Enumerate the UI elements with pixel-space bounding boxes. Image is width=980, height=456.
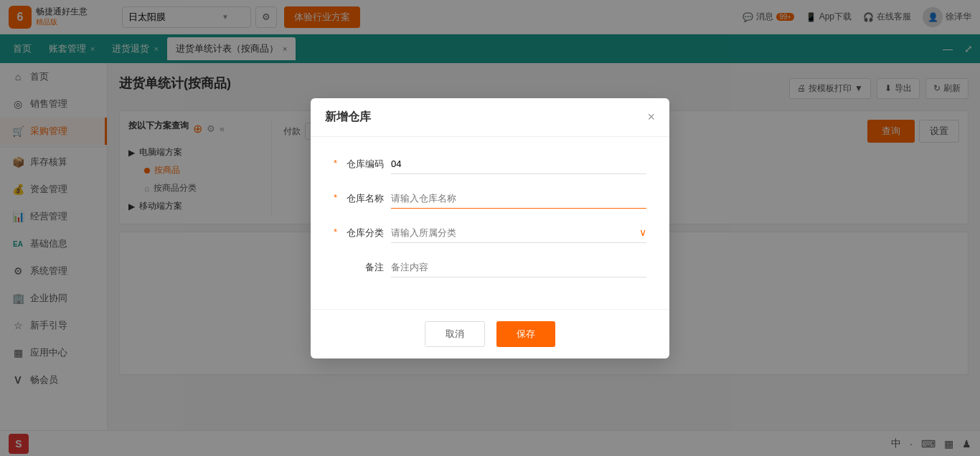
form-row-code: 仓库编码 [334,154,646,174]
modal-new-warehouse: 新增仓库 × 仓库编码 仓库名称 仓库分类 [311,98,669,358]
modal-close-icon[interactable]: × [647,110,655,125]
form-row-note: 备注 [334,257,646,277]
code-input[interactable] [391,154,646,174]
modal-title: 新增仓库 [325,110,371,125]
name-label: 仓库名称 [334,192,391,205]
name-input[interactable] [391,189,646,209]
form-row-name: 仓库名称 [334,189,646,209]
modal-body: 仓库编码 仓库名称 仓库分类 ∨ [311,137,669,309]
modal-overlay[interactable]: 新增仓库 × 仓库编码 仓库名称 仓库分类 [0,0,980,456]
cancel-button[interactable]: 取消 [425,321,485,347]
modal-footer: 取消 保存 [311,309,669,358]
modal-header: 新增仓库 × [311,98,669,137]
save-button[interactable]: 保存 [496,321,555,347]
code-label: 仓库编码 [334,158,391,171]
note-label: 备注 [334,261,391,274]
category-dropdown-icon[interactable]: ∨ [639,227,646,238]
category-input[interactable] [391,223,639,242]
form-row-category: 仓库分类 ∨ [334,223,646,243]
category-label: 仓库分类 [334,227,391,239]
category-select-wrap: ∨ [391,223,646,243]
note-input[interactable] [391,257,646,277]
